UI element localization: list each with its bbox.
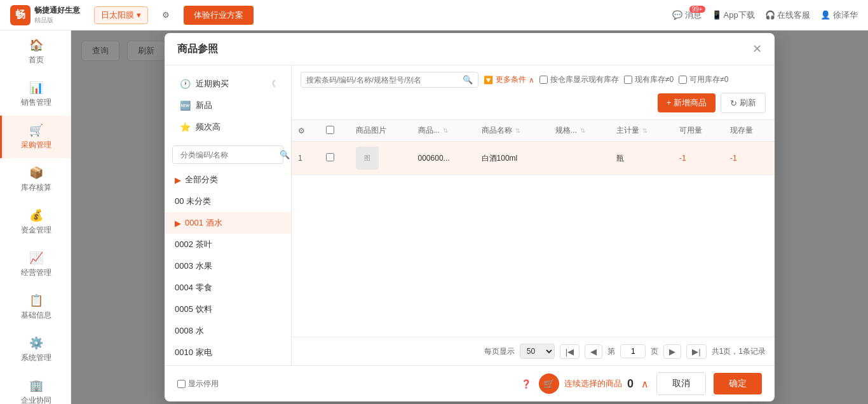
category-0008[interactable]: 0008 水 — [165, 320, 291, 342]
arrow-0001-icon: ▶ — [175, 219, 181, 228]
category-00[interactable]: 00 未分类 — [165, 191, 291, 212]
category-0003[interactable]: 0003 水果 — [165, 255, 291, 277]
row-code: 000600... — [412, 142, 475, 175]
category-0001-label: 0001 酒水 — [185, 217, 222, 229]
checkbox-current-stock[interactable]: 现有库存≠0 — [624, 74, 674, 85]
available-stock-label: 可用库存≠0 — [689, 74, 728, 85]
sidebar-item-finance[interactable]: 💰 资金管理 — [0, 201, 71, 243]
cart-collapse-icon[interactable]: ∧ — [641, 378, 649, 390]
frequent-label: 频次高 — [196, 121, 220, 133]
next-page-btn[interactable]: ▶ — [663, 344, 681, 359]
store-selector[interactable]: 日太阳膜 ▾ — [94, 6, 148, 24]
current-stock-checkbox[interactable] — [624, 76, 632, 84]
filter-icon: 🔽 — [484, 76, 493, 84]
sidebar: 🏠 首页 📊 销售管理 🛒 采购管理 📦 库存核算 💰 资金管理 📈 经营管理 … — [0, 30, 71, 404]
category-all[interactable]: ▶ 全部分类 — [165, 169, 291, 191]
col-unit[interactable]: 主计量 ⇅ — [610, 120, 673, 142]
collapse-icon[interactable]: 《 — [268, 78, 276, 90]
last-page-btn[interactable]: ▶| — [686, 344, 706, 359]
row-spec — [549, 142, 610, 175]
experience-btn[interactable]: 体验行业方案 — [184, 6, 254, 25]
cart-area[interactable]: 🛒 连续选择的商品 0 — [539, 374, 634, 394]
confirm-button[interactable]: 确定 — [714, 373, 762, 394]
settings-icon[interactable]: ⚙ — [156, 5, 176, 25]
sidebar-item-home[interactable]: 🏠 首页 — [0, 30, 71, 73]
checkbox-available-stock[interactable]: 可用库存≠0 — [679, 74, 728, 85]
checkbox-warehouse-stock[interactable]: 按仓库显示现有库存 — [539, 74, 619, 85]
col-name[interactable]: 商品名称 ⇅ — [475, 120, 549, 142]
more-filter-btn[interactable]: 🔽 更多条件 ∧ — [484, 74, 534, 85]
sidebar-label-system: 系统管理 — [21, 353, 51, 363]
show-disabled-label[interactable]: 显示停用 — [177, 379, 219, 389]
sidebar-item-inventory[interactable]: 📦 库存核算 — [0, 158, 71, 201]
sidebar-item-purchase[interactable]: 🛒 采购管理 — [0, 116, 71, 158]
col-checkbox[interactable] — [320, 120, 349, 142]
category-0004[interactable]: 0004 零食 — [165, 277, 291, 299]
nav-frequent[interactable]: ⭐ 频次高 — [172, 116, 283, 138]
sort-spec-icon: ⇅ — [580, 127, 585, 134]
select-all-checkbox[interactable] — [326, 126, 334, 134]
first-page-btn[interactable]: |◀ — [560, 344, 580, 359]
left-panel: 🕐 近期购买 《 🆕 新品 ⭐ 频次高 — [165, 65, 292, 365]
product-table: ⚙ 商品图片 商品... ⇅ 商品名称 — [292, 120, 775, 175]
category-0002[interactable]: 0002 茶叶 — [165, 234, 291, 255]
warehouse-stock-checkbox[interactable] — [539, 76, 548, 84]
mobile-icon: 📱 — [712, 10, 722, 20]
row-select-checkbox[interactable] — [326, 153, 334, 161]
category-0001[interactable]: ▶ 0001 酒水 — [165, 212, 291, 234]
nav-new[interactable]: 🆕 新品 — [172, 95, 283, 116]
cancel-button[interactable]: 取消 — [656, 372, 706, 395]
app-download-nav[interactable]: 📱 App下载 — [712, 10, 755, 21]
col-code[interactable]: 商品... ⇅ — [412, 120, 475, 142]
modal-footer: 显示停用 ❓ 🛒 连续选择的商品 0 ∧ 取消 确定 — [165, 365, 775, 401]
warehouse-stock-label: 按仓库显示现有库存 — [550, 74, 619, 85]
sidebar-item-sales[interactable]: 📊 销售管理 — [0, 73, 71, 116]
category-0010[interactable]: 0010 家电 — [165, 342, 291, 358]
page-input[interactable] — [620, 344, 646, 358]
basic-icon: 📋 — [29, 293, 43, 307]
table-row[interactable]: 1 图 000600... 白酒100ml 瓶 — [292, 142, 775, 175]
table-header: ⚙ 商品图片 商品... ⇅ 商品名称 — [292, 120, 775, 142]
category-0005[interactable]: 0005 饮料 — [165, 299, 291, 320]
col-settings[interactable]: ⚙ — [292, 120, 320, 142]
product-toolbar: 🔍 🔽 更多条件 ∧ 按仓库显示现有库存 — [292, 65, 775, 120]
logo-icon: 畅 — [10, 5, 31, 25]
row-checkbox[interactable] — [320, 142, 349, 175]
sort-code-icon: ⇅ — [443, 127, 448, 134]
sidebar-item-system[interactable]: ⚙️ 系统管理 — [0, 328, 71, 371]
prev-page-btn[interactable]: ◀ — [585, 344, 602, 359]
online-service-nav[interactable]: 🎧 在线客服 — [765, 10, 811, 21]
product-search-icon[interactable]: 🔍 — [463, 75, 473, 84]
cart-label: 连续选择的商品 — [564, 378, 622, 389]
new-label: 新品 — [196, 100, 212, 111]
enterprise-icon: 🏢 — [29, 379, 43, 393]
category-search-input[interactable] — [180, 151, 276, 159]
logo-area: 畅 畅捷通好生意 精品版 — [10, 5, 86, 25]
chevron-up-icon: ∧ — [529, 76, 534, 84]
message-badge: 99+ — [689, 6, 705, 13]
modal-close-button[interactable]: ✕ — [752, 42, 762, 56]
product-search-input[interactable] — [306, 76, 460, 84]
user-nav[interactable]: 👤 徐泽华 — [820, 10, 858, 21]
sidebar-item-operations[interactable]: 📈 经营管理 — [0, 243, 71, 286]
main-layout: 🏠 首页 📊 销售管理 🛒 采购管理 📦 库存核算 💰 资金管理 📈 经营管理 … — [0, 30, 868, 404]
user-icon: 👤 — [820, 10, 831, 20]
message-nav[interactable]: 💬 消息 99+ — [672, 10, 702, 21]
help-icon[interactable]: ❓ — [521, 379, 531, 389]
per-page-select[interactable]: 50 10 20 100 — [520, 344, 555, 359]
refresh-btn[interactable]: ↻ 刷新 — [721, 93, 766, 113]
available-stock-checkbox[interactable] — [679, 76, 687, 84]
nav-recent[interactable]: 🕐 近期购买 《 — [172, 73, 283, 95]
col-unit-label: 主计量 — [616, 126, 639, 135]
app-download-label: App下载 — [724, 10, 755, 20]
col-spec[interactable]: 规格... ⇅ — [549, 120, 610, 142]
category-search-icon[interactable]: 🔍 — [280, 150, 290, 159]
sidebar-item-enterprise[interactable]: 🏢 企业协同 — [0, 371, 71, 404]
sidebar-item-basic[interactable]: 📋 基础信息 — [0, 286, 71, 328]
add-product-btn[interactable]: + 新增商品 — [658, 93, 715, 112]
col-available: 可用量 — [673, 120, 724, 142]
logo-line1: 畅捷通好生意 — [34, 5, 80, 16]
show-disabled-checkbox[interactable] — [177, 380, 186, 388]
category-list: ▶ 全部分类 00 未分类 ▶ 0001 酒水 0002 茶 — [165, 166, 291, 358]
category-0008-label: 0008 水 — [175, 325, 204, 337]
